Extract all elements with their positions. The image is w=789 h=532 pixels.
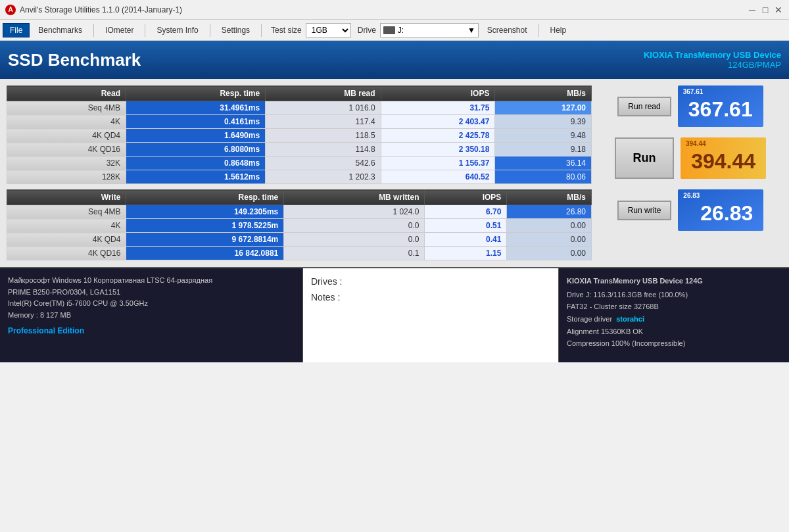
- resp-4kqd4-write: 9 672.8814m: [126, 233, 284, 247]
- close-button[interactable]: ✕: [773, 5, 784, 15]
- driver-info: Storage driver storahci: [567, 313, 781, 326]
- table-row: 4K QD16 16 842.0881 0.1 1.15 0.00: [7, 247, 592, 260]
- menu-benchmarks[interactable]: Benchmarks: [31, 23, 89, 37]
- table-row: 4K 1 978.5225m 0.0 0.51 0.00: [7, 219, 592, 233]
- mbs-4kqd16-write: 0.00: [507, 247, 592, 260]
- iops-4kqd4-write: 0.41: [425, 233, 507, 247]
- run-read-button[interactable]: Run read: [617, 97, 671, 116]
- mbs-4kqd4-read: 9.48: [495, 129, 592, 143]
- resp-seq4mb-read: 31.4961ms: [126, 101, 266, 115]
- drives-notes-panel: Drives : Notes :: [302, 268, 559, 362]
- write-score-value: 26.83: [688, 201, 753, 226]
- overall-score-value: 394.44: [691, 149, 755, 174]
- testsize-select[interactable]: 1GB 512MB 4GB: [306, 23, 351, 37]
- menu-bar: File Benchmarks IOmeter System Info Sett…: [0, 20, 789, 41]
- read-table: Read Resp. time MB read IOPS MB/s Seq 4M…: [7, 85, 592, 184]
- alignment-info: Alignment 15360KB OK: [567, 326, 781, 338]
- row-label-4k-write: 4K: [7, 219, 126, 233]
- col-header-resp-write: Resp. time: [126, 190, 284, 205]
- mb-4kqd4-read: 118.5: [266, 129, 381, 143]
- mbs-4k-write: 0.00: [507, 219, 592, 233]
- iops-4kqd16-write: 1.15: [425, 247, 507, 260]
- app-icon: A: [5, 5, 16, 15]
- run-write-button[interactable]: Run write: [617, 201, 672, 220]
- col-header-iops-write: IOPS: [425, 190, 507, 205]
- mbs-seq4mb-read: 127.00: [495, 101, 592, 115]
- iops-seq4mb-read: 31.75: [381, 101, 495, 115]
- system-info-panel: Майкрософт Windows 10 Корпоративная LTSC…: [0, 268, 302, 362]
- table-row: 4K QD4 9 672.8814m 0.0 0.41 0.00: [7, 233, 592, 247]
- resp-4kqd4-read: 1.6490ms: [126, 129, 266, 143]
- row-label-32k-read: 32K: [7, 157, 126, 170]
- row-label-128k-read: 128K: [7, 170, 126, 184]
- maximize-button[interactable]: □: [760, 5, 771, 15]
- device-info: KIOXIA TransMemory USB Device 124GB/PMAP: [644, 50, 781, 70]
- menu-settings[interactable]: Settings: [214, 23, 257, 37]
- resp-4k-read: 0.4161ms: [126, 115, 266, 129]
- menu-iometer[interactable]: IOmeter: [98, 23, 141, 37]
- menu-help[interactable]: Help: [543, 23, 574, 37]
- menu-separator-3: [210, 24, 210, 37]
- row-label-4kqd4-read: 4K QD4: [7, 129, 126, 143]
- notes-label: Notes :: [311, 292, 550, 302]
- table-row: 4K 0.4161ms 117.4 2 403.47 9.39: [7, 115, 592, 129]
- menu-separator-1: [93, 24, 94, 37]
- mb-4kqd16-write: 0.1: [284, 247, 425, 260]
- menu-screenshot[interactable]: Screenshot: [480, 23, 535, 37]
- row-label-4k-read: 4K: [7, 115, 126, 129]
- mb-4kqd16-read: 114.8: [266, 143, 381, 157]
- table-row: Seq 4MB 31.4961ms 1 016.0 31.75 127.00: [7, 101, 592, 115]
- table-row: 4K QD16 6.8080ms 114.8 2 350.18 9.18: [7, 143, 592, 157]
- device-info-panel: KIOXIA TransMemory USB Device 124G Drive…: [559, 268, 789, 362]
- overall-score-label: 394.44: [686, 140, 706, 147]
- compression-info: Compression 100% (Incompressible): [567, 337, 781, 350]
- drive-value: J:: [398, 26, 404, 35]
- mbs-4k-read: 9.39: [495, 115, 592, 129]
- drive-label: Drive: [358, 26, 376, 35]
- iops-4kqd16-read: 2 350.18: [381, 143, 495, 157]
- resp-4kqd16-read: 6.8080ms: [126, 143, 266, 157]
- title-bar-controls: ─ □ ✕: [747, 5, 784, 15]
- menu-file[interactable]: File: [3, 23, 30, 37]
- run-write-section: Run write 26.83 26.83: [617, 189, 764, 231]
- mb-4k-write: 0.0: [284, 219, 425, 233]
- mbs-4kqd16-read: 9.18: [495, 143, 592, 157]
- driver-name: storahci: [616, 315, 644, 323]
- resp-128k-read: 1.5612ms: [126, 170, 266, 184]
- table-gap: [7, 184, 592, 189]
- row-label-seq4mb-read: Seq 4MB: [7, 101, 126, 115]
- row-label-seq4mb-write: Seq 4MB: [7, 205, 126, 219]
- col-header-write: Write: [7, 190, 126, 205]
- write-score-box: 26.83 26.83: [678, 189, 763, 231]
- iops-4k-read: 2 403.47: [381, 115, 495, 129]
- minimize-button[interactable]: ─: [747, 5, 757, 15]
- app-header: SSD Benchmark KIOXIA TransMemory USB Dev…: [0, 41, 789, 79]
- iops-32k-read: 1 156.37: [381, 157, 495, 170]
- menu-separator-5: [538, 24, 539, 37]
- iops-4kqd4-read: 2 425.78: [381, 129, 495, 143]
- main-content: Read Resp. time MB read IOPS MB/s Seq 4M…: [0, 79, 789, 267]
- drive-info: Drive J: 116.3/116.3GB free (100.0%): [567, 289, 781, 301]
- pro-edition-label: Professional Edition: [8, 325, 295, 337]
- iops-seq4mb-write: 6.70: [425, 205, 507, 219]
- system-info-text: Майкрософт Windows 10 Корпоративная LTSC…: [8, 275, 295, 321]
- mb-32k-read: 542.6: [266, 157, 381, 170]
- title-bar-text: Anvil's Storage Utilities 1.1.0 (2014-Ja…: [20, 5, 747, 14]
- menu-systeminfo[interactable]: System Info: [149, 23, 205, 37]
- col-header-mbs-write: MB/s: [507, 190, 592, 205]
- run-button[interactable]: Run: [615, 137, 674, 179]
- mb-4k-read: 117.4: [266, 115, 381, 129]
- drive-select[interactable]: J: ▼: [380, 23, 479, 37]
- write-score-label: 26.83: [683, 192, 700, 199]
- col-header-resp: Resp. time: [126, 86, 266, 101]
- right-panel: Run read 367.61 367.61 Run 394.44 394.44…: [598, 85, 782, 260]
- write-table: Write Resp. time MB written IOPS MB/s Se…: [7, 189, 592, 260]
- bottom-section: Майкрософт Windows 10 Корпоративная LTSC…: [0, 267, 789, 362]
- title-bar: A Anvil's Storage Utilities 1.1.0 (2014-…: [0, 0, 789, 20]
- device-name: KIOXIA TransMemory USB Device: [644, 50, 781, 60]
- resp-4k-write: 1 978.5225m: [126, 219, 284, 233]
- menu-separator-4: [261, 24, 262, 37]
- menu-separator-2: [145, 24, 145, 37]
- resp-seq4mb-write: 149.2305ms: [126, 205, 284, 219]
- mbs-32k-read: 36.14: [495, 157, 592, 170]
